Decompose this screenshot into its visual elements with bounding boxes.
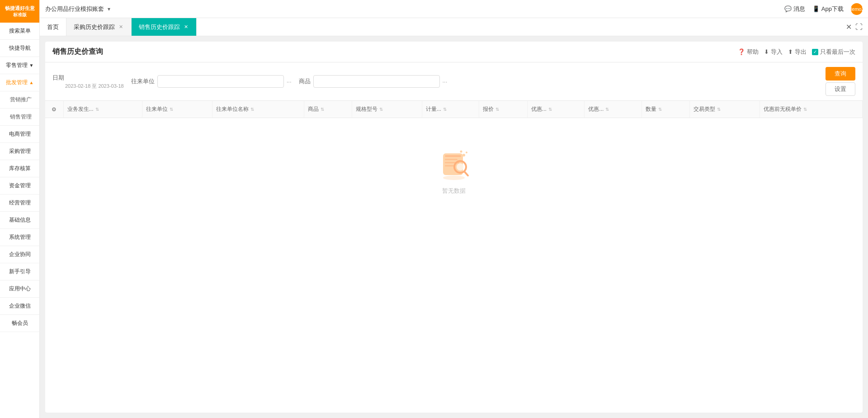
partner-label: 往来单位 (131, 77, 155, 86)
close-tab-btn[interactable]: ✕ (846, 23, 852, 31)
sort-icon: ⇅ (321, 107, 324, 112)
sidebar-item-10[interactable]: 经营管理 (0, 195, 39, 212)
tab-label-2: 销售历史价跟踪 (139, 23, 180, 31)
svg-line-8 (464, 171, 468, 176)
sidebar-label-3: 批发管理 (6, 79, 28, 86)
col-header-business_date[interactable]: 业务发生...⇅ (63, 101, 142, 118)
table-area: ⚙业务发生...⇅往来单位⇅往来单位名称⇅商品⇅规格型号⇅计量...⇅报价⇅优惠… (45, 101, 863, 413)
page-header: 销售历史价查询 ❓ 帮助 ⬇ 导入 ⬆ 导出 ✓ (45, 42, 863, 62)
sort-icon: ⇅ (379, 107, 383, 112)
col-header-product[interactable]: 商品⇅ (304, 101, 352, 118)
col-header-price[interactable]: 报价⇅ (479, 101, 527, 118)
sidebar-item-2[interactable]: 零售管理▼ (0, 57, 39, 74)
avatar: demo2 (851, 3, 863, 15)
partner-input[interactable] (157, 75, 284, 88)
col-header-partner_code[interactable]: 往来单位⇅ (142, 101, 212, 118)
sort-icon: ⇅ (803, 107, 807, 112)
query-button[interactable]: 查询 (826, 67, 855, 81)
tabs-actions: ✕ ⛶ (840, 18, 868, 36)
sidebar-item-12[interactable]: 系统管理 (0, 229, 39, 246)
sidebar-item-8[interactable]: 库存核算 (0, 160, 39, 177)
sidebar-item-4[interactable]: 营销推广 (0, 91, 39, 109)
sidebar-item-6[interactable]: 电商管理 (0, 126, 39, 143)
sidebar-item-5[interactable]: 销售管理 (0, 109, 39, 126)
only-last-checkbox: ✓ (812, 49, 818, 55)
tab-purchase-history[interactable]: 采购历史价跟踪✕ (66, 18, 132, 36)
col-header-unit[interactable]: 计量...⇅ (422, 101, 479, 118)
col-header-discount2[interactable]: 优惠...⇅ (585, 101, 642, 118)
svg-point-11 (460, 151, 462, 153)
svg-rect-2 (445, 155, 461, 157)
help-btn[interactable]: ❓ 帮助 (738, 48, 759, 56)
sidebar-item-17[interactable]: 畅会员 (0, 315, 39, 332)
partner-filter-group: 往来单位 ··· (131, 75, 292, 88)
settings-icon[interactable]: ⚙ (52, 106, 57, 113)
app-logo: 畅捷通好生意 标准版 (0, 0, 39, 23)
product-dots[interactable]: ··· (443, 78, 448, 85)
col-header-discount1[interactable]: 优惠...⇅ (527, 101, 585, 118)
workspace-dropdown[interactable]: ▾ (108, 6, 110, 12)
settings-button[interactable]: 设置 (826, 82, 855, 96)
tab-close-1[interactable]: ✕ (118, 24, 124, 30)
sidebar-item-16[interactable]: 企业微信 (0, 298, 39, 315)
empty-illustration (436, 145, 472, 181)
maximize-btn[interactable]: ⛶ (855, 23, 863, 31)
sidebar-item-14[interactable]: 新手引导 (0, 263, 39, 280)
date-filter-group: 日期 (52, 74, 124, 82)
import-icon: ⬇ (764, 48, 769, 55)
tab-home[interactable]: 首页 (40, 18, 66, 36)
page-title: 销售历史价查询 (52, 47, 103, 57)
tabs-bar: 首页采购历史价跟踪✕销售历史价跟踪✕ ✕ ⛶ (40, 18, 868, 36)
sidebar-item-3[interactable]: 批发管理▲ (0, 74, 39, 91)
top-bar-right: 💬 消息 📱 App下载 demo2 (784, 3, 863, 15)
col-header-trade_type[interactable]: 交易类型⇅ (690, 101, 760, 118)
top-bar-left: 办公用品行业模拟账套 ▾ (45, 5, 110, 13)
data-table: ⚙业务发生...⇅往来单位⇅往来单位名称⇅商品⇅规格型号⇅计量...⇅报价⇅优惠… (45, 101, 863, 118)
sidebar-item-11[interactable]: 基础信息 (0, 212, 39, 229)
product-filter-group: 商品 ··· (299, 75, 448, 88)
sidebar-item-15[interactable]: 应用中心 (0, 280, 39, 298)
col-header-spec[interactable]: 规格型号⇅ (352, 101, 422, 118)
product-input[interactable] (313, 75, 440, 88)
page-header-actions: ❓ 帮助 ⬇ 导入 ⬆ 导出 ✓ 只看最后一次 (738, 48, 855, 56)
only-last-toggle[interactable]: ✓ 只看最后一次 (812, 48, 855, 56)
product-label: 商品 (299, 77, 311, 86)
tab-sales-history[interactable]: 销售历史价跟踪✕ (132, 18, 197, 36)
date-filter-block: 日期 2023-02-18 至 2023-03-18 (52, 74, 124, 90)
empty-state: 暂无数据 (45, 118, 863, 222)
phone-icon: 📱 (812, 5, 820, 12)
date-label: 日期 (52, 74, 64, 82)
svg-rect-3 (445, 159, 458, 160)
user-avatar-btn[interactable]: demo2 (851, 3, 863, 15)
sidebar-label-2: 零售管理 (6, 62, 28, 69)
export-icon: ⬆ (788, 48, 793, 55)
sidebar-item-7[interactable]: 采购管理 (0, 143, 39, 160)
sort-icon: ⇅ (495, 107, 499, 112)
app-download-btn[interactable]: 📱 App下载 (812, 5, 844, 13)
logo-line2: 标准版 (13, 12, 27, 17)
col-header-partner_name[interactable]: 往来单位名称⇅ (212, 101, 304, 118)
sort-icon: ⇅ (443, 107, 447, 112)
message-btn[interactable]: 💬 消息 (784, 5, 805, 13)
import-btn[interactable]: ⬇ 导入 (764, 48, 783, 56)
col-header-quantity[interactable]: 数量⇅ (642, 101, 689, 118)
sort-icon: ⇅ (250, 107, 254, 112)
sidebar-item-1[interactable]: 快捷导航 (0, 40, 39, 57)
filter-actions: 查询 设置 (826, 67, 855, 96)
sort-icon: ⇅ (548, 107, 552, 112)
sort-icon: ⇅ (95, 107, 99, 112)
export-btn[interactable]: ⬆ 导出 (788, 48, 807, 56)
sidebar-item-9[interactable]: 资金管理 (0, 177, 39, 195)
sort-icon: ⇅ (170, 107, 173, 112)
tab-close-2[interactable]: ✕ (183, 24, 189, 30)
message-icon: 💬 (784, 5, 792, 12)
sidebar-item-13[interactable]: 企业协同 (0, 246, 39, 263)
help-icon: ❓ (738, 48, 745, 55)
partner-dots[interactable]: ··· (287, 78, 292, 85)
page-card: 销售历史价查询 ❓ 帮助 ⬇ 导入 ⬆ 导出 ✓ (45, 42, 863, 413)
top-bar: 办公用品行业模拟账套 ▾ 💬 消息 📱 App下载 demo2 (40, 0, 868, 18)
col-header-pre_discount_price[interactable]: 优惠前无税单价⇅ (760, 101, 862, 118)
sort-icon: ⇅ (717, 107, 721, 112)
sort-icon: ⇅ (605, 107, 609, 112)
sidebar-item-0[interactable]: 搜索菜单 (0, 23, 39, 40)
